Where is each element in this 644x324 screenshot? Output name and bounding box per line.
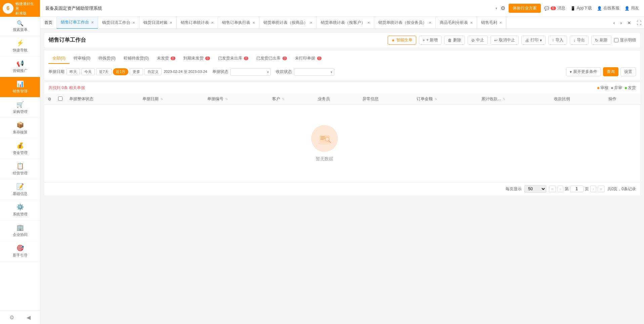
date-btn-today[interactable]: 今天 bbox=[81, 68, 95, 75]
refresh-button[interactable]: ↻ 刷新 bbox=[591, 36, 611, 45]
cancel-review-action[interactable]: 弃审 bbox=[611, 85, 622, 91]
col-number[interactable]: 单据编号 ⇅ bbox=[204, 93, 269, 105]
tab-cash-reconcile-close[interactable]: ✕ bbox=[170, 21, 172, 25]
payment-select[interactable] bbox=[294, 68, 334, 76]
last-page-btn[interactable]: » bbox=[598, 186, 605, 192]
sidebar-item-purchase[interactable]: 🛒 采购管理 bbox=[0, 97, 40, 118]
show-detail-input[interactable] bbox=[614, 38, 618, 42]
system-dropdown-icon[interactable]: ▾ bbox=[496, 6, 497, 10]
sidebar-item-search[interactable]: 🔍 搜索菜单 bbox=[0, 17, 40, 36]
first-page-btn[interactable]: « bbox=[549, 186, 556, 192]
sidebar-item-operations[interactable]: 📋 经营管理 bbox=[0, 159, 40, 179]
col-date[interactable]: 单据日期 ⇅ bbox=[139, 93, 204, 105]
tab-margin-close[interactable]: ✕ bbox=[470, 21, 473, 25]
col-staff[interactable]: 业务员 bbox=[314, 93, 359, 105]
tab-summary-product-close[interactable]: ✕ bbox=[310, 21, 312, 25]
date-btn-7days[interactable]: 近7天 bbox=[96, 68, 112, 75]
stop-button[interactable]: ⊘ 中止 bbox=[468, 36, 488, 45]
filter-tab-wangpu[interactable]: 旺铺待发货(0) bbox=[120, 53, 153, 64]
tab-summary-staff[interactable]: 销货单统计表（按业务员） ✕ bbox=[374, 17, 436, 29]
tab-close-all[interactable]: ✕ bbox=[625, 19, 634, 27]
prev-page-btn[interactable]: ‹ bbox=[557, 186, 563, 192]
sidebar-item-marketing[interactable]: 📢 营销推广 bbox=[0, 56, 40, 77]
sidebar-item-basic[interactable]: 📝 基础信息 bbox=[0, 179, 40, 200]
delete-button[interactable]: 🗑 删除 bbox=[444, 36, 465, 45]
tab-home[interactable]: 首页 bbox=[40, 17, 57, 29]
date-btn-yesterday[interactable]: 昨天 bbox=[67, 68, 80, 75]
filter-tab-pending-inspect[interactable]: 待拣货(0) bbox=[94, 53, 120, 64]
tab-scroll-right[interactable]: › bbox=[617, 19, 625, 27]
message-button[interactable]: 💬 6 消息 bbox=[544, 5, 565, 11]
import-button[interactable]: ↑ 导入 bbox=[548, 36, 567, 45]
tab-sales-stats[interactable]: 销售订单统计表 ✕ bbox=[177, 17, 218, 29]
print-button[interactable]: 🖨 打印 ▾ bbox=[521, 36, 546, 45]
smart-generate-button[interactable]: ★ 智能生单 bbox=[388, 36, 416, 45]
col-exception: 异常信息 bbox=[359, 93, 413, 105]
table-scroll-area[interactable]: ⚙ 单据整体状态 单据日期 ⇅ 单据编号 ⇅ bbox=[44, 93, 640, 182]
svg-rect-4 bbox=[320, 139, 324, 140]
sidebar-item-quick-nav[interactable]: ⚡ 快捷导航 bbox=[0, 36, 40, 56]
tab-sales-order[interactable]: 销售订单工作台 ✕ bbox=[57, 17, 98, 29]
filter-tab-all[interactable]: 全部(0) bbox=[48, 53, 70, 64]
tab-cash-daily[interactable]: 钱货日清工作台 ✕ bbox=[98, 17, 139, 29]
tab-summary-customer-close[interactable]: ✕ bbox=[367, 21, 370, 25]
add-button[interactable]: + + 新增 bbox=[419, 36, 441, 45]
tab-summary-customer[interactable]: 销货单统计表（按客户） ✕ bbox=[317, 17, 374, 29]
online-service-button[interactable]: 👤 在线客服 bbox=[597, 5, 619, 11]
sidebar-item-corp[interactable]: 🏢 企业协同 bbox=[0, 220, 40, 241]
review-action[interactable]: 审核 bbox=[597, 85, 608, 91]
page-size-select[interactable]: 10 20 50 100 bbox=[524, 185, 546, 193]
sidebar-item-guide[interactable]: 🎯 新手引导 bbox=[0, 241, 40, 261]
user-menu[interactable]: 👤 用友 bbox=[625, 5, 639, 11]
tab-sales-order-close[interactable]: ✕ bbox=[91, 21, 94, 24]
app-download-button[interactable]: 📱 App下载 bbox=[570, 5, 592, 11]
next-page-btn[interactable]: › bbox=[590, 186, 596, 192]
status-select[interactable] bbox=[230, 68, 271, 76]
sidebar-item-inventory[interactable]: 📦 库存核算 bbox=[0, 118, 40, 138]
tab-sales-profit[interactable]: 销售毛利 ✕ bbox=[477, 17, 506, 29]
filter-tab-shipped-out[interactable]: 已发货已出库 0 bbox=[252, 53, 291, 64]
refresh-icon: ↻ bbox=[595, 38, 598, 43]
industry-button[interactable]: 体验行业方案 bbox=[509, 4, 541, 13]
tab-summary-staff-close[interactable]: ✕ bbox=[429, 21, 431, 25]
ship-dot bbox=[625, 87, 627, 89]
tab-maximize[interactable]: ⛶ bbox=[634, 19, 644, 27]
filter-tab-overdue[interactable]: 到期未发货 0 bbox=[179, 53, 214, 64]
ship-action[interactable]: 发货 bbox=[625, 85, 636, 91]
filter-tab-pending-review[interactable]: 待审核(0) bbox=[70, 53, 95, 64]
collapse-icon[interactable]: ◀ bbox=[27, 314, 31, 321]
tab-scroll-left[interactable]: ‹ bbox=[611, 19, 618, 27]
tab-sales-profit-close[interactable]: ✕ bbox=[499, 21, 502, 25]
col-amount[interactable]: 订单金额 ⇅ bbox=[413, 93, 478, 105]
tab-margin[interactable]: 商品毛利分析表 ✕ bbox=[436, 17, 477, 29]
expand-btn[interactable]: ▾ 展开更多条件 bbox=[566, 67, 601, 76]
filter-tab-not-shipped[interactable]: 未发货 0 bbox=[153, 53, 179, 64]
tab-sales-exec-close[interactable]: ✕ bbox=[252, 21, 255, 25]
export-button[interactable]: ↓ 导出 bbox=[570, 36, 589, 45]
sidebar-item-system[interactable]: ⚙️ 系统管理 bbox=[0, 200, 40, 220]
settings-bottom-icon[interactable]: ⚙ bbox=[9, 314, 14, 321]
tab-cash-reconcile[interactable]: 钱货日清对账 ✕ bbox=[139, 17, 177, 29]
tab-summary-product[interactable]: 销货单统计表（按商品） ✕ bbox=[259, 17, 317, 29]
page-input[interactable] bbox=[570, 186, 584, 192]
date-btn-more[interactable]: 更多 bbox=[130, 68, 143, 75]
date-btn-custom[interactable]: 自定义 bbox=[144, 68, 162, 75]
filter-tab-not-printed[interactable]: 未打印单据 0 bbox=[291, 53, 326, 64]
query-button[interactable]: 查询 bbox=[603, 67, 618, 76]
tab-cash-daily-close[interactable]: ✕ bbox=[132, 21, 135, 25]
date-btn-1month[interactable]: 近1月 bbox=[113, 68, 128, 75]
settings-icon[interactable]: ⚙ bbox=[501, 5, 505, 11]
col-customer[interactable]: 客户 ⇅ bbox=[269, 93, 314, 105]
cancel-stop-button[interactable]: ↩ 取消中止 bbox=[490, 36, 519, 45]
filter-tab-shipped-not-out[interactable]: 已发货未出库 0 bbox=[214, 53, 253, 64]
select-all-checkbox[interactable] bbox=[58, 96, 62, 101]
col-checkbox[interactable] bbox=[55, 93, 66, 105]
filter-settings-button[interactable]: 设置 bbox=[620, 67, 636, 76]
col-settings[interactable]: ⚙ bbox=[44, 93, 55, 105]
show-detail-checkbox[interactable]: 显示明细 bbox=[614, 37, 636, 43]
tab-sales-exec[interactable]: 销售订单执行表 ✕ bbox=[218, 17, 259, 29]
sidebar-item-finance[interactable]: 💰 资金管理 bbox=[0, 138, 40, 159]
sidebar-item-sales[interactable]: 📊 销售管理 bbox=[0, 77, 40, 97]
col-collected[interactable]: 累计收款... ⇅ bbox=[478, 93, 551, 105]
tab-sales-stats-close[interactable]: ✕ bbox=[211, 21, 214, 25]
